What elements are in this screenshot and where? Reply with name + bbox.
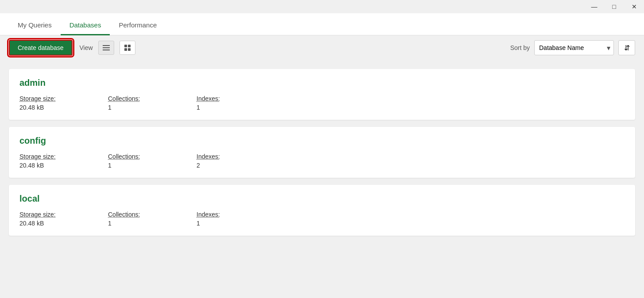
hamburger-icon (103, 45, 110, 50)
sort-by-label: Sort by (510, 44, 530, 51)
indexes-value-admin: 1 (197, 104, 285, 111)
db-stats-config: Storage size: 20.48 kB Collections: 1 In… (19, 153, 625, 169)
sort-select-wrapper: Database NameStorage SizeCollectionsInde… (534, 40, 614, 55)
indexes-value-local: 1 (197, 220, 285, 227)
tab-performance[interactable]: Performance (110, 16, 166, 35)
storage-size-label-config: Storage size: (19, 153, 108, 160)
collections-label-config: Collections: (108, 153, 197, 160)
list-view-button[interactable] (98, 41, 114, 55)
title-bar: — □ ✕ (584, 0, 644, 13)
collections-label-local: Collections: (108, 211, 197, 218)
indexes-label-admin: Indexes: (197, 95, 285, 102)
storage-size-label-local: Storage size: (19, 211, 108, 218)
storage-size-value-local: 20.48 kB (19, 220, 108, 227)
db-stats-admin: Storage size: 20.48 kB Collections: 1 In… (19, 95, 625, 111)
db-storage-local: Storage size: 20.48 kB (19, 211, 108, 227)
db-name-local[interactable]: local (19, 194, 625, 204)
grid-view-button[interactable] (120, 41, 135, 55)
tab-my-queries[interactable]: My Queries (9, 16, 61, 35)
indexes-label-config: Indexes: (197, 153, 285, 160)
db-collections-admin: Collections: 1 (108, 95, 197, 111)
db-stats-local: Storage size: 20.48 kB Collections: 1 In… (19, 211, 625, 227)
collections-value-admin: 1 (108, 104, 197, 111)
main-content: admin Storage size: 20.48 kB Collections… (0, 60, 644, 298)
collections-value-config: 1 (108, 162, 197, 169)
maximize-button[interactable]: □ (604, 0, 624, 13)
db-storage-config: Storage size: 20.48 kB (19, 153, 108, 169)
minimize-button[interactable]: — (584, 0, 604, 13)
db-card-admin[interactable]: admin Storage size: 20.48 kB Collections… (9, 69, 635, 120)
view-label: View (80, 44, 93, 51)
create-database-button[interactable]: Create database (9, 40, 73, 56)
close-button[interactable]: ✕ (624, 0, 644, 13)
collections-value-local: 1 (108, 220, 197, 227)
db-indexes-config: Indexes: 2 (197, 153, 285, 169)
nav-bar: My Queries Databases Performance (0, 13, 644, 35)
db-indexes-admin: Indexes: 1 (197, 95, 285, 111)
sort-select[interactable]: Database NameStorage SizeCollectionsInde… (534, 40, 614, 55)
sort-section: Sort by Database NameStorage SizeCollect… (510, 40, 635, 55)
sort-order-button[interactable]: ⇵ (618, 40, 635, 55)
storage-size-value-admin: 20.48 kB (19, 104, 108, 111)
storage-size-label-admin: Storage size: (19, 95, 108, 102)
grid-icon (124, 45, 131, 51)
tab-databases[interactable]: Databases (61, 16, 110, 35)
storage-size-value-config: 20.48 kB (19, 162, 108, 169)
db-collections-config: Collections: 1 (108, 153, 197, 169)
db-name-config[interactable]: config (19, 136, 625, 146)
sort-order-icon: ⇵ (624, 44, 630, 52)
db-name-admin[interactable]: admin (19, 78, 625, 88)
db-card-local[interactable]: local Storage size: 20.48 kB Collections… (9, 185, 635, 236)
db-indexes-local: Indexes: 1 (197, 211, 285, 227)
toolbar: Create database View Sort by Database Na… (0, 35, 644, 60)
db-collections-local: Collections: 1 (108, 211, 197, 227)
db-card-config[interactable]: config Storage size: 20.48 kB Collection… (9, 127, 635, 178)
collections-label-admin: Collections: (108, 95, 197, 102)
db-storage-admin: Storage size: 20.48 kB (19, 95, 108, 111)
indexes-value-config: 2 (197, 162, 285, 169)
indexes-label-local: Indexes: (197, 211, 285, 218)
